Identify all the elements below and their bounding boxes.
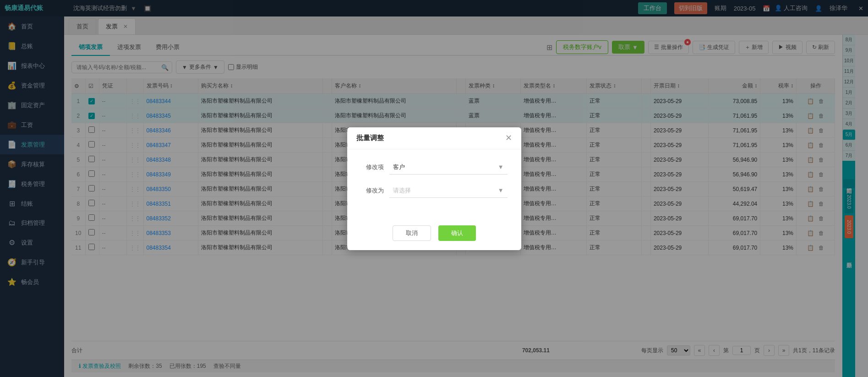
value-select[interactable]: 请选择 ▼ — [389, 184, 508, 198]
form-row-field: 修改项 客户 ▼ — [361, 160, 508, 175]
value-dropdown-arrow: ▼ — [498, 187, 504, 194]
field-select[interactable]: 客户 ▼ — [389, 160, 508, 175]
field-label: 修改项 — [361, 163, 384, 171]
modal-overlay: 批量调整 ✕ 修改项 客户 ▼ 修改为 请选择 ▼ 取消 确认 — [0, 0, 868, 377]
modal-footer: 取消 确认 — [347, 218, 521, 250]
field-value: 客户 — [393, 163, 405, 171]
cancel-button[interactable]: 取消 — [393, 225, 431, 241]
form-row-value: 修改为 请选择 ▼ — [361, 184, 508, 198]
field-dropdown-arrow: ▼ — [498, 164, 504, 170]
batch-adjust-modal: 批量调整 ✕ 修改项 客户 ▼ 修改为 请选择 ▼ 取消 确认 — [347, 127, 521, 250]
modal-close-button[interactable]: ✕ — [505, 134, 512, 142]
confirm-button[interactable]: 确认 — [438, 225, 476, 241]
value-placeholder: 请选择 — [393, 186, 411, 195]
modal-title: 批量调整 — [356, 134, 384, 142]
modal-header: 批量调整 ✕ — [347, 127, 521, 149]
modal-body: 修改项 客户 ▼ 修改为 请选择 ▼ — [347, 149, 521, 218]
value-label: 修改为 — [361, 186, 384, 195]
